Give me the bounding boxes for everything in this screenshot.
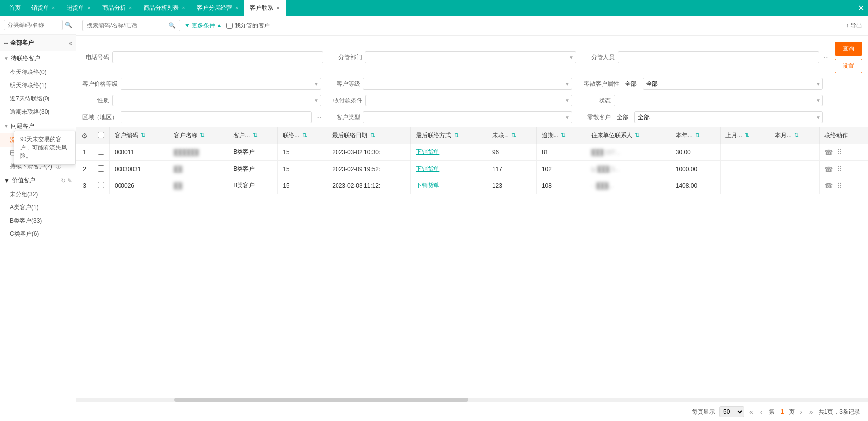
row3-checkbox-cell bbox=[93, 177, 110, 194]
tab-customer-contact-close[interactable]: × bbox=[276, 5, 279, 11]
row1-more-icon[interactable]: ⠿ bbox=[837, 149, 842, 156]
row3-phone-icon[interactable]: ☎ bbox=[824, 182, 833, 190]
sidebar-collapse-icon[interactable]: « bbox=[69, 40, 72, 47]
search-input[interactable] bbox=[87, 22, 169, 29]
filter-manager-dots[interactable]: ··· bbox=[824, 54, 829, 61]
tab-sales[interactable]: 销货单 × bbox=[25, 0, 61, 16]
row2-last-date: 2023-02-09 19:52: bbox=[327, 161, 411, 177]
query-button[interactable]: 查询 bbox=[835, 42, 862, 56]
filter-payment-select[interactable] bbox=[365, 95, 572, 106]
value-customers-icons[interactable]: ↻ ✎ bbox=[61, 177, 72, 184]
page-last-btn[interactable]: » bbox=[808, 408, 815, 416]
th-code-sort[interactable]: ⇅ bbox=[141, 132, 145, 139]
page-next-btn[interactable]: › bbox=[798, 408, 804, 416]
tab-goods-list[interactable]: 商品分析列表 × bbox=[138, 0, 191, 16]
window-close-btn[interactable]: ✕ bbox=[858, 3, 864, 13]
sidebar-item-tomorrow[interactable]: 明天待联络(1) bbox=[0, 79, 76, 92]
row3-contact-person: ·· ███... bbox=[586, 177, 671, 194]
value-customers-title[interactable]: ▼ 价值客户 ↻ ✎ bbox=[0, 173, 76, 188]
table-select-all-checkbox[interactable] bbox=[98, 132, 104, 138]
tab-customer-contact[interactable]: 客户联系 × bbox=[244, 0, 285, 16]
filter-more-button[interactable]: ▼ 更多条件 ▲ bbox=[184, 22, 222, 30]
filter-customer-type: 客户类型 ▼ bbox=[333, 111, 572, 123]
th-type-sort[interactable]: ⇅ bbox=[253, 132, 258, 139]
export-label: 导出 bbox=[850, 22, 862, 30]
row3-checkbox[interactable] bbox=[98, 182, 104, 188]
tab-goods-analysis[interactable]: 商品分析 × bbox=[96, 0, 138, 16]
sidebar-item-ungroup[interactable]: 未分组(32) bbox=[0, 188, 76, 201]
filter-manager-input[interactable] bbox=[618, 51, 819, 63]
th-this-year-sort[interactable]: ⇅ bbox=[695, 132, 700, 139]
filter-retail-attr: 零散客户属性 全部 全部 ▼ bbox=[584, 78, 823, 90]
sidebar-item-class-c[interactable]: C类客户(6) bbox=[0, 227, 76, 241]
filter-dept-select[interactable] bbox=[365, 51, 576, 63]
row2-more-icon[interactable]: ⠿ bbox=[837, 165, 842, 173]
filter-retail-attr-value: 全部 bbox=[625, 80, 637, 88]
sidebar-all-customers[interactable]: ▪▪ 全部客户 « bbox=[0, 35, 76, 51]
search-button[interactable]: 🔍 bbox=[169, 22, 176, 29]
th-last-date-sort[interactable]: ⇅ bbox=[370, 132, 375, 139]
sidebar-search-area: 🔍 bbox=[0, 16, 76, 35]
export-button[interactable]: ↑ 导出 bbox=[846, 22, 862, 30]
filter-region-dots[interactable]: ··· bbox=[316, 114, 321, 121]
filter-price-level-select[interactable] bbox=[121, 78, 321, 90]
tab-purchase-close[interactable]: × bbox=[87, 5, 90, 11]
row1-name: ██████ bbox=[169, 144, 228, 161]
tab-goods-analysis-close[interactable]: × bbox=[129, 5, 132, 11]
today-contact-label: 今天待联络(0) bbox=[10, 69, 47, 75]
tab-customer-layer[interactable]: 客户分层经营 × bbox=[191, 0, 244, 16]
row3-num: 3 bbox=[76, 177, 93, 194]
tab-purchase[interactable]: 进货单 × bbox=[61, 0, 96, 16]
page-prev-btn[interactable]: ‹ bbox=[759, 408, 764, 416]
setting-button[interactable]: 设置 bbox=[835, 59, 862, 73]
pending-contact-section: ▼ 待联络客户 今天待联络(0) 明天待联络(1) 近7天待联络(0) 逾期未联… bbox=[0, 51, 76, 119]
filter-region-input[interactable] bbox=[121, 111, 312, 123]
tab-home[interactable]: 首页 bbox=[4, 0, 25, 16]
th-this-month-sort[interactable]: ⇅ bbox=[794, 132, 799, 139]
per-page-select[interactable]: 50 20 100 bbox=[719, 406, 744, 417]
filter-status-wrap: ▼ bbox=[614, 95, 823, 106]
sidebar-item-overdue[interactable]: 逾期未联络(30) bbox=[0, 105, 76, 119]
row2-checkbox[interactable] bbox=[98, 165, 104, 172]
filter-retail-customer-select[interactable]: 全部 bbox=[634, 111, 823, 123]
sidebar-item-week[interactable]: 近7天待联络(0) bbox=[0, 92, 76, 105]
th-contact-sort[interactable]: ⇅ bbox=[302, 132, 307, 139]
th-overdue-sort[interactable]: ⇅ bbox=[561, 132, 566, 139]
tab-customer-layer-close[interactable]: × bbox=[235, 5, 238, 11]
my-customers-checkbox-label[interactable]: 我分管的客户 bbox=[226, 22, 270, 30]
row3-contact: 15 bbox=[278, 177, 327, 194]
filter-status-select[interactable] bbox=[614, 95, 823, 106]
value-customers-section: ▼ 价值客户 ↻ ✎ 未分组(32) A类客户(1) B类客户(33) C类客户… bbox=[0, 173, 76, 241]
tooltip-box: 90天未交易的客户，可能有流失风险。 bbox=[14, 131, 76, 165]
filter-customer-type-select[interactable] bbox=[363, 111, 572, 123]
sidebar-search-input[interactable] bbox=[4, 20, 63, 30]
row1-checkbox[interactable] bbox=[98, 149, 104, 155]
th-last-month-sort[interactable]: ⇅ bbox=[745, 132, 749, 139]
row1-phone-icon[interactable]: ☎ bbox=[824, 149, 833, 156]
scroll-bar-thumb[interactable] bbox=[174, 398, 468, 402]
table-settings-button[interactable]: ⚙ bbox=[81, 132, 88, 140]
tab-sales-close[interactable]: × bbox=[52, 5, 55, 11]
sidebar-item-class-a[interactable]: A类客户(1) bbox=[0, 201, 76, 214]
row3-this-month bbox=[770, 177, 819, 194]
pending-contact-title[interactable]: ▼ 待联络客户 bbox=[0, 51, 76, 66]
sidebar-item-today[interactable]: 今天待联络(0) bbox=[0, 66, 76, 79]
sidebar-item-class-b[interactable]: B类客户(33) bbox=[0, 214, 76, 227]
filter-retail-attr-select[interactable]: 全部 bbox=[643, 78, 823, 90]
filter-nature-select[interactable] bbox=[112, 95, 321, 106]
th-contact-person-sort[interactable]: ⇅ bbox=[635, 132, 640, 139]
pending-contact-label: 待联络客户 bbox=[11, 54, 40, 63]
page-first-btn[interactable]: « bbox=[748, 408, 755, 416]
filter-phone-input[interactable] bbox=[112, 51, 323, 63]
row2-phone-icon[interactable]: ☎ bbox=[824, 165, 833, 173]
th-last-method-sort[interactable]: ⇅ bbox=[454, 132, 459, 139]
th-name-sort[interactable]: ⇅ bbox=[200, 132, 205, 139]
filter-customer-level-select[interactable] bbox=[363, 78, 572, 90]
row2-contact-person: iy ███ 3... bbox=[586, 161, 671, 177]
tab-goods-list-close[interactable]: × bbox=[182, 5, 185, 11]
filter-chevron: ▲ bbox=[217, 22, 222, 29]
row2-type: B类客户 bbox=[228, 161, 278, 177]
th-unlinked-sort[interactable]: ⇅ bbox=[511, 132, 516, 139]
my-customers-checkbox[interactable] bbox=[226, 23, 233, 29]
row3-more-icon[interactable]: ⠿ bbox=[837, 182, 842, 190]
